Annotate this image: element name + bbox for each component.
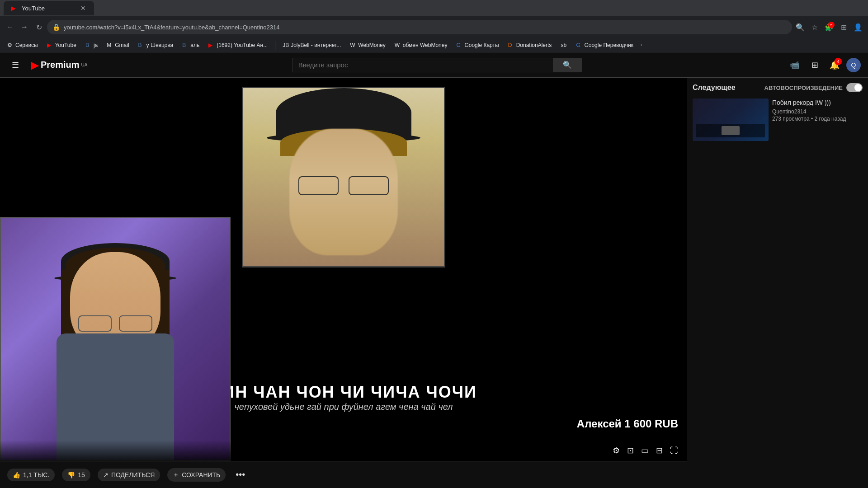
sidebar-section-header: Следующее АВТОВОСПРОИЗВЕДЕНИЕ xyxy=(693,78,863,96)
tab-close-button[interactable]: ✕ xyxy=(80,4,87,13)
webcam-glasses xyxy=(75,315,156,331)
url-text: youtube.com/watch?v=l5x4Lx_TtA4&feature=… xyxy=(64,24,279,31)
bookmark-favicon: W xyxy=(395,42,401,48)
bookmark-label: обмен WebMoney xyxy=(403,42,448,48)
settings-button[interactable]: ⚙ xyxy=(611,444,622,457)
bookmark-favicon: В xyxy=(138,42,145,48)
webcam-person: ДИЛИЦ xyxy=(38,243,192,460)
bookmark-webmoney-exchange[interactable]: W обмен WebMoney xyxy=(391,40,451,51)
search-bar: 🔍 xyxy=(292,58,582,72)
bookmark-label: YouTube xyxy=(55,42,76,48)
bookmark-shevcov[interactable]: В у Шевцова xyxy=(135,40,177,51)
video-main-content: ЧИН ЧАН ЧОН ЧИ ЧИЧА ЧОЧИ чепуховей удьне… xyxy=(0,78,687,461)
navigation-bar: ← → ↻ 🔒 youtube.com/watch?v=l5x4Lx_TtA4&… xyxy=(0,16,868,38)
share-icon: ↗ xyxy=(103,471,108,479)
notification-count: 4 xyxy=(835,58,842,65)
search-input[interactable] xyxy=(292,58,553,72)
webcam-overlay: ДИЛИЦ xyxy=(0,217,231,461)
miniplayer-button[interactable]: ⊡ xyxy=(625,444,636,457)
browser-actions: 🔍 ☆ 🧩 5 ⊞ 👤 xyxy=(794,21,864,33)
next-video-thumbnail xyxy=(693,99,769,141)
bookmark-icon[interactable]: ☆ xyxy=(808,21,821,33)
save-icon: ＋ xyxy=(173,471,179,479)
dislike-button[interactable]: 👎 15 xyxy=(62,469,90,481)
bookmark-ja[interactable]: В ja xyxy=(82,40,101,51)
next-video-info: Побил рекорд IW ))) Quentino2314 273 про… xyxy=(772,99,863,141)
address-bar[interactable]: 🔒 youtube.com/watch?v=l5x4Lx_TtA4&featur… xyxy=(47,20,792,34)
forward-button[interactable]: → xyxy=(18,21,31,33)
person-glasses xyxy=(294,176,393,194)
active-tab[interactable]: ▶ YouTube ✕ xyxy=(4,1,94,15)
reload-button[interactable]: ↻ xyxy=(33,21,45,33)
content-area: ЧИН ЧАН ЧОН ЧИ ЧИЧА ЧОЧИ чепуховей удьне… xyxy=(0,78,868,488)
bookmark-translate[interactable]: G Google Переводчик xyxy=(572,40,637,51)
bookmark-gmail[interactable]: М Gmail xyxy=(103,40,132,51)
browser-chrome: ▶ YouTube ✕ ← → ↻ 🔒 youtube.com/watch?v=… xyxy=(0,0,868,52)
bookmark-google-maps[interactable]: G Google Карты xyxy=(453,40,502,51)
search-icon[interactable]: 🔍 xyxy=(794,21,807,33)
tab-title: YouTube xyxy=(22,5,76,12)
bookmark-label: Сервисы xyxy=(15,42,38,48)
like-button[interactable]: 👍 1,1 ТЫС. xyxy=(7,469,55,481)
bookmarks-overflow-chevron[interactable]: › xyxy=(641,42,642,47)
fullscreen-button[interactable]: ⛶ xyxy=(668,444,680,457)
bookmark-youtube-an[interactable]: ▶ (1692) YouTube Ан... xyxy=(205,40,271,51)
bookmarks-bar: ⚙ Сервисы ▶ YouTube В ja М Gmail В у Шев… xyxy=(0,38,868,52)
toggle-knob xyxy=(854,84,862,91)
donation-notification: Алексей 1 600 RUB xyxy=(497,414,687,434)
bookmark-favicon: ▶ xyxy=(47,42,53,48)
theater-mode-button[interactable]: ▭ xyxy=(639,444,651,457)
more-options-button[interactable]: ••• xyxy=(233,467,248,483)
bookmark-favicon: sb xyxy=(561,42,567,48)
share-button[interactable]: ↗ ПОДЕЛИТЬСЯ xyxy=(98,469,160,481)
bookmark-label: (1692) YouTube Ан... xyxy=(217,42,268,48)
back-button[interactable]: ← xyxy=(4,21,16,33)
extension-icon[interactable]: 🧩 5 xyxy=(823,21,835,33)
youtube-page: ☰ ▶ Premium UA 🔍 📹 ⊞ 🔔 4 Q xyxy=(0,52,868,488)
bookmark-label: аль xyxy=(190,42,199,48)
bookmark-youtube[interactable]: ▶ YouTube xyxy=(43,40,80,51)
bookmark-label: JolyBell - интернет... xyxy=(291,42,341,48)
cast-button[interactable]: ⊟ xyxy=(654,444,665,457)
bookmark-al[interactable]: В аль xyxy=(179,40,203,51)
bookmark-favicon: G xyxy=(456,42,462,48)
user-avatar[interactable]: Q xyxy=(846,58,861,72)
bookmark-servisy[interactable]: ⚙ Сервисы xyxy=(4,40,42,51)
autoplay-toggle[interactable]: АВТОВОСПРОИЗВЕДЕНИЕ xyxy=(764,83,863,92)
video-camera-button[interactable]: 📹 xyxy=(787,57,803,73)
next-video-title: Побил рекорд IW ))) xyxy=(772,99,863,107)
bookmark-label: Google Переводчик xyxy=(584,42,633,48)
youtube-logo[interactable]: ▶ Premium UA xyxy=(31,59,88,71)
youtube-ua-badge: UA xyxy=(81,62,88,67)
video-player[interactable]: ЧИН ЧАН ЧОН ЧИ ЧИЧА ЧОЧИ чепуховей удьне… xyxy=(0,78,687,461)
save-label: СОХРАНИТЬ xyxy=(182,471,220,479)
notifications-button[interactable]: 🔔 4 xyxy=(826,57,843,73)
like-count: 1,1 ТЫС. xyxy=(23,471,49,479)
tab-groups-icon[interactable]: ⊞ xyxy=(837,21,850,33)
bookmark-favicon: D xyxy=(508,42,514,48)
bookmark-sb[interactable]: sb xyxy=(557,40,571,51)
autoplay-switch[interactable] xyxy=(846,83,863,92)
bookmark-jolybell[interactable]: ЈВ JolyBell - интернет... xyxy=(279,40,344,51)
next-video-item[interactable]: Побил рекорд IW ))) Quentino2314 273 про… xyxy=(693,96,863,144)
bookmark-separator xyxy=(275,41,275,50)
bookmark-label: у Шевцова xyxy=(146,42,174,48)
youtube-logo-text: Premium xyxy=(41,60,80,70)
search-container: 🔍 xyxy=(95,58,780,72)
bookmark-donation[interactable]: D DonationAlerts xyxy=(505,40,556,51)
thumbnail-image xyxy=(693,99,769,141)
bookmark-label: ja xyxy=(94,42,98,48)
bookmark-label: DonationAlerts xyxy=(516,42,552,48)
bookmark-webmoney[interactable]: W WebMoney xyxy=(346,40,389,51)
menu-button[interactable]: ☰ xyxy=(7,57,24,73)
search-button[interactable]: 🔍 xyxy=(553,58,582,72)
save-button[interactable]: ＋ СОХРАНИТЬ xyxy=(167,468,226,482)
profile-icon[interactable]: 👤 xyxy=(852,21,864,33)
below-video-actions: 👍 1,1 ТЫС. 👎 15 ↗ ПОДЕЛИТЬСЯ ＋ СОХРАНИТЬ… xyxy=(0,461,687,488)
next-video-meta: 273 просмотра • 2 года назад xyxy=(772,116,863,122)
bookmark-favicon: W xyxy=(350,42,356,48)
apps-button[interactable]: ⊞ xyxy=(807,57,823,73)
bookmark-favicon: ⚙ xyxy=(7,42,14,48)
sidebar: Следующее АВТОВОСПРОИЗВЕДЕНИЕ xyxy=(687,78,868,488)
tab-favicon: ▶ xyxy=(11,5,18,12)
